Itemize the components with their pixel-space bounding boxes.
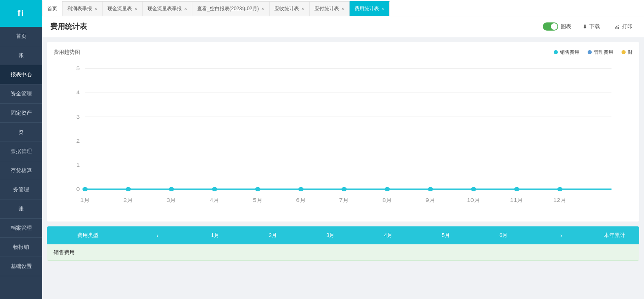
legend-label-sales: 销售费用 [560, 49, 579, 56]
x-label-9: 9月 [426, 197, 435, 203]
tab-close-cashflow-q[interactable]: × [184, 6, 187, 12]
chart-point-8 [385, 187, 390, 191]
tab-receivable[interactable]: 应收统计表 × [270, 1, 310, 16]
chart-point-3 [169, 187, 174, 191]
sidebar-item-ticket[interactable]: 票据管理 [0, 142, 42, 161]
sidebar-item-fund[interactable]: 资金管理 [0, 84, 42, 104]
x-label-11: 11月 [510, 197, 524, 203]
th-nav-prev[interactable]: ‹ [129, 232, 186, 239]
chart-point-6 [298, 187, 303, 191]
tab-bar: 首页 利润表季报 × 现金流量表 × 现金流量表季报 × 查看_空白报表(202… [42, 0, 644, 16]
sidebar-item-sub[interactable]: 账 [0, 199, 42, 219]
th-nav-next[interactable]: › [533, 232, 590, 239]
chart-section: 费用趋势图 销售费用 管理费用 财 [47, 42, 639, 221]
page-title: 费用统计表 [50, 22, 87, 31]
print-icon: 🖨 [615, 24, 620, 30]
sidebar-item-invest[interactable]: 资 [0, 123, 42, 142]
sidebar-item-settings[interactable]: 基础设置 [0, 257, 42, 276]
sidebar: fi 首页 账 报表中心 资金管理 固定资产 资 票据管理 存货核算 务管理 账… [0, 0, 42, 299]
tab-cashflow[interactable]: 现金流量表 × [103, 1, 143, 16]
th-type: 费用类型 [47, 232, 129, 239]
prev-arrow-icon[interactable]: ‹ [153, 232, 162, 239]
table-header: 费用类型 ‹ 1月 2月 3月 4月 5月 6月 › 本年累计 [47, 226, 639, 244]
th-ytd: 本年累计 [590, 232, 639, 239]
chart-point-1 [82, 187, 88, 191]
tab-close-profit[interactable]: × [94, 6, 97, 12]
chart-header: 费用趋势图 销售费用 管理费用 财 [53, 49, 633, 56]
download-label: 下载 [589, 23, 600, 30]
th-month-1: 1月 [186, 232, 244, 239]
toggle-thumb [551, 23, 557, 30]
x-label-3: 3月 [167, 197, 176, 203]
th-type-label: 费用类型 [77, 232, 98, 238]
legend-dot-finance [622, 50, 626, 54]
legend-finance: 财 [622, 49, 633, 56]
download-icon: ⬇ [583, 24, 587, 30]
tab-close-cashflow[interactable]: × [134, 6, 137, 12]
chart-legend: 销售费用 管理费用 财 [554, 49, 633, 56]
tab-expense-stat[interactable]: 费用统计表 × [350, 1, 390, 16]
toggle-track[interactable] [543, 22, 558, 31]
y-label-3: 3 [76, 114, 80, 120]
sidebar-item-affairs[interactable]: 务管理 [0, 180, 42, 199]
tab-blank-report[interactable]: 查看_空白报表(2023年02月) × [192, 1, 270, 16]
header-actions: 图表 ⬇ 下载 🖨 打印 [543, 21, 636, 32]
sidebar-item-home[interactable]: 首页 [0, 27, 42, 46]
chart-point-2 [126, 187, 131, 191]
sidebar-item-report[interactable]: 报表中心 [0, 65, 42, 84]
tab-close-receivable[interactable]: × [301, 6, 304, 12]
sidebar-logo: fi [0, 0, 42, 27]
sidebar-item-account[interactable]: 账 [0, 46, 42, 65]
sidebar-item-inventory[interactable]: 存货核算 [0, 161, 42, 180]
chart-title: 费用趋势图 [53, 49, 80, 56]
main-area: 首页 利润表季报 × 现金流量表 × 现金流量表季报 × 查看_空白报表(202… [42, 0, 644, 299]
chart-point-9 [428, 187, 433, 191]
next-arrow-icon[interactable]: › [557, 232, 566, 239]
sidebar-item-expense[interactable]: 畅报销 [0, 238, 42, 257]
chart-toggle[interactable]: 图表 [543, 22, 571, 31]
chart-point-5 [255, 187, 261, 191]
chart-container: 5 4 3 2 1 0 [53, 60, 633, 215]
sidebar-item-archive[interactable]: 档案管理 [0, 219, 42, 238]
content-area: 费用统计表 图表 ⬇ 下载 🖨 打印 [42, 16, 644, 299]
sidebar-item-asset[interactable]: 固定资产 [0, 104, 42, 123]
th-month-3: 3月 [302, 232, 359, 239]
tab-payable[interactable]: 应付统计表 × [310, 1, 350, 16]
legend-label-finance: 财 [628, 49, 633, 56]
x-label-5: 5月 [253, 197, 263, 203]
chart-point-10 [471, 187, 476, 191]
legend-label-mgmt: 管理费用 [594, 49, 613, 56]
print-label: 打印 [622, 23, 633, 30]
legend-dot-mgmt [588, 50, 592, 54]
chart-point-12 [557, 187, 563, 191]
print-button[interactable]: 🖨 打印 [611, 21, 636, 32]
y-label-5: 5 [76, 66, 80, 71]
th-month-5: 5月 [417, 232, 475, 239]
x-label-2: 2月 [123, 197, 133, 203]
tab-home[interactable]: 首页 [42, 1, 62, 16]
tab-profit[interactable]: 利润表季报 × [62, 1, 103, 16]
legend-sales: 销售费用 [554, 49, 579, 56]
table-row-sales: 销售费用 [47, 244, 639, 261]
chart-point-11 [514, 187, 519, 191]
page-header: 费用统计表 图表 ⬇ 下载 🖨 打印 [42, 16, 644, 37]
tab-close-payable[interactable]: × [341, 6, 344, 12]
tab-cashflow-q[interactable]: 现金流量表季报 × [143, 1, 192, 16]
chart-point-7 [341, 187, 347, 191]
chart-point-4 [212, 187, 217, 191]
tab-close-expense-stat[interactable]: × [381, 6, 384, 12]
chart-svg: 5 4 3 2 1 0 [53, 60, 633, 215]
data-table-section: 费用类型 ‹ 1月 2月 3月 4月 5月 6月 › 本年累计 销售费用 [47, 226, 639, 261]
y-label-2: 2 [76, 138, 80, 144]
x-label-6: 6月 [296, 197, 306, 203]
y-label-4: 4 [76, 90, 80, 95]
legend-dot-sales [554, 50, 558, 54]
download-button[interactable]: ⬇ 下载 [579, 21, 603, 32]
tab-close-blank-report[interactable]: × [261, 6, 264, 12]
x-label-4: 4月 [210, 197, 220, 203]
x-label-10: 10月 [467, 197, 480, 203]
x-label-12: 12月 [553, 197, 567, 203]
x-label-7: 7月 [339, 197, 349, 203]
toggle-label: 图表 [561, 23, 571, 30]
x-label-8: 8月 [382, 197, 392, 203]
